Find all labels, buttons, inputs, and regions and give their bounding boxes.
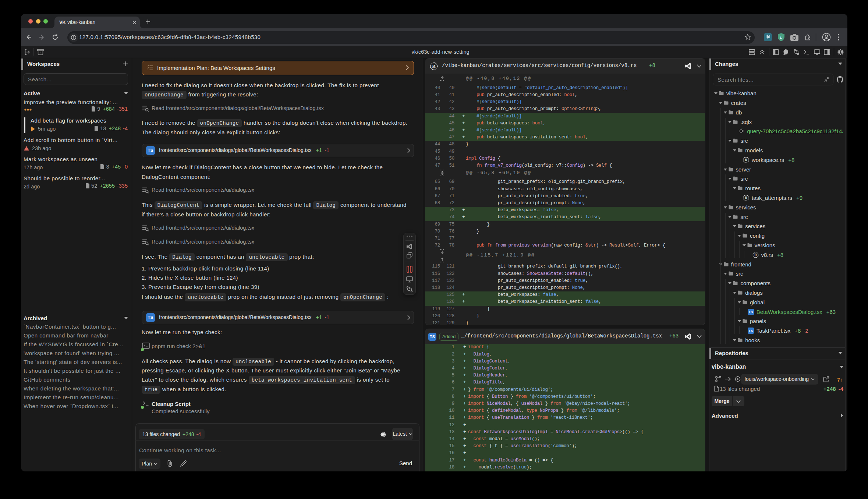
svg-text:R: R: [745, 158, 748, 162]
svg-text:L: L: [780, 35, 783, 40]
svg-text:R: R: [754, 253, 757, 257]
svg-text:R: R: [432, 64, 436, 69]
svg-text:R: R: [745, 196, 748, 200]
